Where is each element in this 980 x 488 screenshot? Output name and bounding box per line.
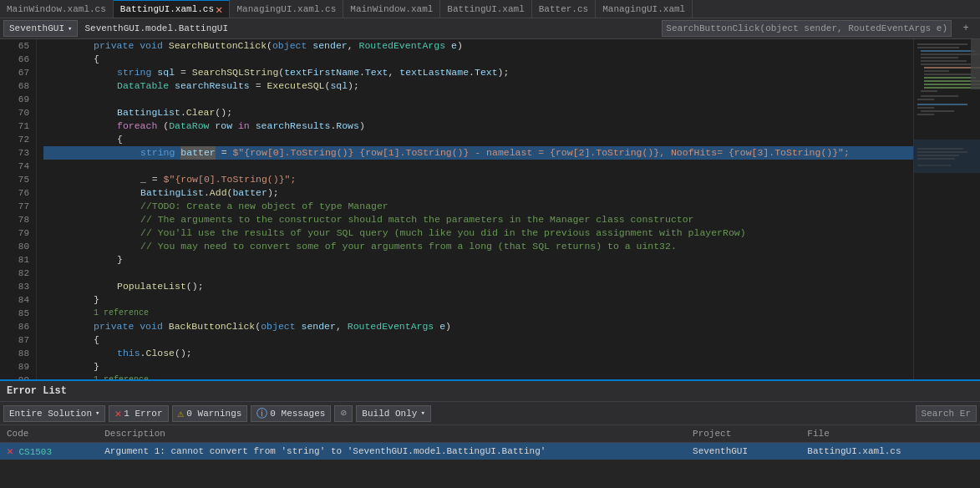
error-panel-title: Error List [7,385,67,397]
code-line-75: _ = $"{row[0].ToString()}"; [43,173,913,186]
build-only-arrow: ▾ [420,409,424,418]
svg-rect-5 [921,57,958,58]
editor-area: 65 66 67 68 69 70 71 72 73 74 75 76 77 7… [0,39,980,379]
ln-79: 79 [0,226,36,240]
error-code-link[interactable]: CS1503 [18,447,52,457]
tab-battingui-xaml[interactable]: BattingUI.xaml [440,0,531,18]
messages-badge[interactable]: ⓘ 0 Messages [251,405,331,422]
scope-dropdown[interactable]: Entire Solution ▾ [3,405,105,422]
code-line-66: { [43,53,913,66]
code-line-85: 1 reference [43,307,913,320]
error-icon: ✕ [114,407,121,420]
ln-78: 78 [0,213,36,226]
code-line-73: string batter = $"{row[0].ToString()} {r… [43,146,913,160]
line-numbers: 65 66 67 68 69 70 71 72 73 74 75 76 77 7… [0,39,37,379]
ln-77: 77 [0,200,36,213]
code-line-70: BattingList.Clear(); [43,106,913,119]
svg-rect-9 [924,70,949,72]
tab-managingui-xaml-cs[interactable]: ManagingUI.xaml.cs [230,0,343,18]
svg-rect-10 [924,74,972,75]
svg-rect-24 [917,151,967,153]
errors-badge[interactable]: ✕ 1 Error [109,405,168,422]
filter-button[interactable]: ⊘ [334,405,353,422]
code-line-83: PopulateList(); [43,280,913,293]
col-project: Project [686,425,800,442]
editor-toolbar: SeventhGUI ▾ SeventhGUI.model.BattingUI … [0,18,980,39]
filter-icon: ⊘ [341,407,347,419]
ln-73: 73 [0,146,36,160]
warnings-badge[interactable]: ⚠ 0 Warnings [172,405,248,422]
ln-66: 66 [0,53,36,66]
error-row[interactable]: ✕ CS1503 Argument 1: cannot convert from… [0,442,980,460]
nav-path: SeventhGUI.model.BattingUI [84,23,658,33]
minimap-svg [914,39,980,379]
svg-rect-20 [921,110,954,112]
svg-rect-17 [917,99,934,100]
error-file-cell: BattingUI.xaml.cs [800,442,980,460]
ln-84: 84 [0,293,36,307]
ln-70: 70 [0,106,36,119]
ln-69: 69 [0,93,36,106]
svg-rect-28 [971,39,980,89]
ln-68: 68 [0,79,36,93]
svg-rect-4 [921,53,979,55]
error-code-cell: ✕ CS1503 [0,442,98,460]
add-tab-button[interactable]: + [955,20,977,37]
svg-rect-16 [921,95,958,97]
code-line-90: 1 reference [43,374,913,379]
solution-dropdown[interactable]: SeventhGUI ▾ [3,20,78,37]
ln-71: 71 [0,119,36,133]
scope-dropdown-arrow: ▾ [95,409,99,418]
svg-rect-7 [921,64,971,65]
minimap [913,39,980,379]
ln-67: 67 [0,66,36,79]
code-line-67: string sql = SearchSQLString(textFirstNa… [43,66,913,79]
code-line-78: // The arguments to the constructor shou… [43,213,913,226]
info-icon: ⓘ [256,406,267,421]
svg-rect-26 [917,158,955,160]
svg-rect-11 [924,77,976,79]
code-line-86: private void BackButtonClick(object send… [43,320,913,333]
error-search-box[interactable]: Search Er [916,405,977,422]
code-line-69 [43,93,913,106]
warning-icon: ⚠ [178,407,185,420]
ln-88: 88 [0,347,36,360]
row-error-icon: ✕ [7,445,13,458]
ln-81: 81 [0,253,36,267]
tab-batter-cs[interactable]: Batter.cs [532,0,596,18]
svg-rect-21 [917,114,934,115]
error-toolbar: Entire Solution ▾ ✕ 1 Error ⚠ 0 Warnings… [0,402,980,425]
tab-mainwindow-xaml[interactable]: MainWindow.xaml [343,0,440,18]
tab-mainwindow-xaml-cs[interactable]: MainWindow.xaml.cs [0,0,114,18]
build-only-dropdown[interactable]: Build Only ▾ [356,405,430,422]
tab-managingui-xaml[interactable]: ManagingUI.xaml [596,0,693,18]
tab-battingui-xaml-cs[interactable]: BattingUI.xaml.cs ✕ [114,0,231,18]
svg-rect-23 [917,148,963,150]
modified-indicator: ✕ [216,3,222,17]
svg-rect-19 [917,107,934,109]
dropdown-arrow-icon: ▾ [68,24,72,33]
code-line-87: { [43,333,913,347]
svg-rect-15 [921,90,937,92]
code-line-82 [43,267,913,280]
member-search-box[interactable]: SearchButtonClick(object sender, RoutedE… [662,20,952,37]
code-line-76: BattingList.Add(batter); [43,186,913,200]
ln-90: 90 [0,374,36,379]
svg-rect-6 [921,60,967,62]
code-line-71: foreach (DataRow row in searchResults.Ro… [43,119,913,133]
col-description: Description [98,425,686,442]
svg-rect-27 [917,165,951,166]
svg-rect-3 [921,50,975,52]
code-line-80: // You may need to convert some of your … [43,240,913,253]
code-line-68: DataTable searchResults = ExecuteSQL(sql… [43,79,913,93]
col-file: File [800,425,980,442]
ln-83: 83 [0,280,36,293]
svg-rect-1 [917,43,967,45]
code-content[interactable]: private void SearchButtonClick(object se… [37,39,913,379]
ln-85: 85 [0,307,36,320]
code-line-81: } [43,253,913,267]
code-line-74 [43,160,913,173]
error-panel-header: Error List [0,381,980,402]
code-line-84: } [43,293,913,307]
ln-82: 82 [0,267,36,280]
